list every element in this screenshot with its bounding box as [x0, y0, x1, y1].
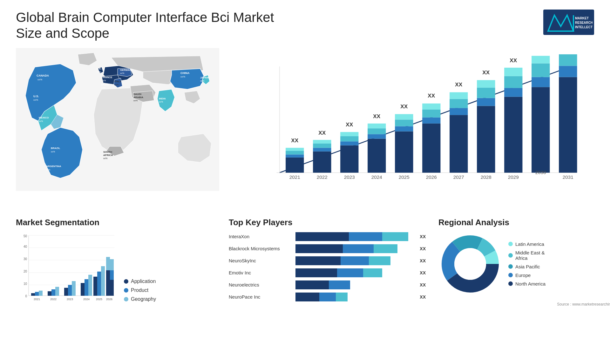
svg-text:U.K.: U.K.	[97, 67, 102, 70]
top-players-section: Top Key Players InteraXon XX Blackrock M…	[226, 218, 429, 308]
world-map-svg: CANADA xx% U.S. xx% MEXICO xx% BRAZIL xx…	[16, 48, 219, 191]
svg-text:SAUDI: SAUDI	[133, 93, 141, 96]
svg-text:2028: 2028	[481, 174, 491, 180]
svg-rect-82	[450, 92, 468, 99]
svg-point-155	[454, 248, 486, 280]
bar-seg3	[374, 244, 397, 253]
svg-rect-43	[286, 158, 304, 173]
svg-text:FRANCE: FRANCE	[102, 76, 112, 79]
svg-text:XX: XX	[455, 81, 462, 88]
svg-text:ARABIA: ARABIA	[133, 96, 143, 99]
svg-text:XX: XX	[373, 113, 380, 119]
player-bar-interaxon	[295, 232, 414, 241]
svg-text:xx%: xx%	[200, 80, 204, 82]
legend-north-america: North America	[508, 281, 546, 286]
legend-latin-america: Latin America	[508, 241, 546, 247]
legend-geography: Geography	[124, 296, 156, 302]
svg-rect-121	[31, 293, 35, 296]
player-row-neurosky: NeuroSkyInc XX	[229, 256, 426, 265]
svg-text:2023: 2023	[67, 298, 73, 301]
svg-rect-62	[368, 134, 386, 138]
svg-text:30: 30	[24, 257, 27, 261]
svg-rect-127	[55, 287, 59, 296]
svg-text:50: 50	[24, 234, 27, 238]
svg-rect-46	[286, 148, 304, 151]
player-xx: XX	[420, 234, 426, 239]
svg-text:XX: XX	[346, 121, 353, 128]
bar-seg1	[295, 256, 341, 265]
svg-rect-56	[340, 141, 358, 145]
geography-dot	[124, 297, 128, 301]
svg-text:2023: 2023	[344, 174, 355, 180]
svg-text:GERMANY: GERMANY	[120, 69, 133, 71]
regional-analysis-section: Regional Analysis	[435, 218, 610, 308]
svg-text:2024: 2024	[83, 298, 90, 301]
svg-rect-103	[559, 66, 577, 77]
svg-text:xx%: xx%	[33, 98, 38, 101]
svg-rect-92	[504, 88, 522, 97]
regional-content: Latin America Middle East &Africa Asia P…	[438, 232, 610, 296]
svg-rect-137	[93, 277, 97, 296]
player-row-neuroelectrics: Neuroelectrics XX	[229, 280, 426, 289]
svg-text:ARGENTINA: ARGENTINA	[46, 165, 61, 168]
product-label: Product	[131, 287, 148, 293]
legend-middle-east: Middle East &Africa	[508, 250, 546, 261]
players-title: Top Key Players	[229, 218, 426, 227]
svg-text:xx%: xx%	[97, 71, 101, 73]
svg-text:XX: XX	[510, 57, 517, 64]
application-dot	[124, 279, 128, 284]
svg-text:2026: 2026	[426, 174, 437, 180]
svg-text:2027: 2027	[453, 174, 464, 180]
svg-rect-76	[422, 104, 440, 110]
svg-text:xx%: xx%	[114, 84, 119, 86]
svg-text:xx%: xx%	[102, 79, 106, 82]
segmentation-chart: 0 10 20 30 40 50 2	[16, 232, 118, 308]
svg-rect-68	[395, 126, 413, 131]
svg-text:xx%: xx%	[37, 78, 42, 81]
svg-rect-104	[559, 54, 577, 66]
svg-rect-102	[559, 77, 577, 172]
product-dot	[124, 288, 128, 293]
logo-svg: MARKET RESEARCH INTELLECT	[545, 10, 593, 34]
svg-rect-57	[340, 136, 358, 141]
svg-rect-98	[532, 77, 550, 87]
world-map-section: CANADA xx% U.S. xx% MEXICO xx% BRAZIL xx…	[16, 48, 219, 211]
svg-text:INTELLECT: INTELLECT	[575, 25, 593, 29]
svg-text:XX: XX	[428, 92, 435, 98]
svg-rect-55	[340, 145, 358, 172]
svg-text:xx%: xx%	[133, 99, 138, 102]
svg-rect-80	[450, 108, 468, 115]
svg-rect-145	[106, 270, 110, 296]
svg-text:XX: XX	[482, 69, 490, 76]
player-row-blackrock: Blackrock Microsystems XX	[229, 244, 426, 253]
svg-text:2021: 2021	[34, 298, 40, 301]
player-xx: XX	[420, 294, 426, 300]
player-bar-neurosky	[295, 256, 414, 265]
asia-pacific-label: Asia Pacific	[515, 264, 540, 269]
player-bar-neuroelectrics	[295, 280, 414, 289]
svg-rect-134	[85, 279, 88, 296]
bar-seg2	[343, 244, 374, 253]
svg-rect-70	[395, 114, 413, 119]
bar-seg2	[337, 268, 363, 277]
svg-text:10: 10	[24, 282, 27, 286]
svg-rect-67	[395, 131, 413, 172]
svg-text:XX: XX	[318, 130, 326, 136]
map-container: CANADA xx% U.S. xx% MEXICO xx% BRAZIL xx…	[16, 48, 219, 191]
bar-seg1	[295, 280, 329, 289]
svg-rect-81	[450, 99, 468, 108]
page-title: Global Brain Computer Interface Bci Mark…	[16, 10, 302, 42]
svg-text:2024: 2024	[371, 174, 382, 180]
svg-rect-63	[368, 128, 386, 134]
player-name-emotiv: Emotiv Inc	[229, 270, 292, 275]
europe-dot	[508, 273, 513, 277]
svg-text:0: 0	[25, 294, 27, 298]
svg-rect-50	[313, 148, 331, 151]
svg-text:SOUTH: SOUTH	[103, 151, 112, 153]
svg-text:2021: 2021	[289, 174, 300, 180]
svg-text:20: 20	[24, 270, 27, 273]
svg-rect-87	[477, 88, 495, 98]
svg-text:CANADA: CANADA	[37, 74, 49, 77]
svg-rect-123	[39, 291, 43, 296]
svg-text:xx%: xx%	[159, 101, 163, 103]
